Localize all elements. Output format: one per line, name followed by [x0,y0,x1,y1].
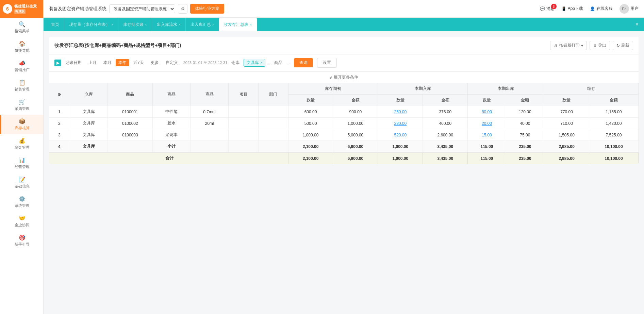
col-init-qty: 数量 [288,95,333,106]
row-out-qty[interactable]: 20.00 [468,118,506,129]
system-selector[interactable]: 装备及固定资产辅助管理系统 [109,4,175,13]
col-dept: 部门 [258,83,288,106]
warehouse-tag[interactable]: 文具库 × [244,59,265,67]
tab-close-summary[interactable]: × [212,23,214,27]
row-in-qty: 1,000.00 [378,141,423,153]
sidebar: 6 畅捷通好生意 标准版 🔍 搜索菜单 🏠 快捷导航 📣 营销推广 📋 销售管理… [0,0,44,314]
row-warehouse: 文具库 [70,118,108,129]
tab-close-batch[interactable]: × [145,23,147,27]
home-icon: 🏠 [19,40,26,47]
date-btn-7days[interactable]: 近7天 [131,59,147,66]
marketing-icon: 📣 [19,60,26,66]
main-content: 装备及固定资产辅助管理系统 装备及固定资产辅助管理系统 ⚙ 体验行业方案 💬 消… [44,0,644,314]
row-spec: 0.7mm [190,106,228,118]
tab-close-stock-dist[interactable]: × [111,23,113,27]
page-inner: 收发存汇总表(按仓库+商品编码+商品+规格型号+项目+部门) 🖨 按钮版打印 ▾… [44,31,644,169]
date-buttons: 上月 本月 本年 近7天 更多 自定义 2023-01-01 至 2023-12… [86,59,227,66]
warehouse-filter-label: 仓库 [231,60,240,66]
footer-in-qty: 1,000.00 [378,152,423,164]
tab-home[interactable]: 首页 [46,18,64,31]
basicinfo-icon: 📝 [19,176,26,183]
sidebar-item-purchase[interactable]: 🛒 采购管理 [0,95,43,115]
row-spec [190,141,228,153]
tabbar-close-all[interactable]: × [633,21,641,28]
print-button[interactable]: 🖨 按钮版打印 ▾ [550,41,587,50]
row-out-amt: 120.00 [506,106,544,118]
row-bal-amt: 1,155.00 [589,106,638,118]
col-settings[interactable]: ⚙ [49,83,70,106]
date-btn-last-month[interactable]: 上月 [86,59,99,66]
warehouse-tag-close[interactable]: × [260,61,262,65]
row-in-qty[interactable]: 250.00 [378,106,423,118]
trial-button[interactable]: 体验行业方案 [190,4,224,14]
footer-init-qty: 2,100.00 [288,152,333,164]
online-support-button[interactable]: 👤 在线客服 [590,6,613,12]
sidebar-item-system[interactable]: ⚙️ 系统管理 [0,192,43,212]
expand-conditions-button[interactable]: ∨ 展开更多条件 [327,73,361,82]
app-name: 畅捷通好生意 标准版 [14,4,37,14]
message-button[interactable]: 💬 消息 6 [540,6,555,12]
sidebar-item-marketing[interactable]: 📣 营销推广 [0,56,43,76]
export-button[interactable]: ⬇ 导出 [590,41,610,50]
tab-close-flow[interactable]: × [179,23,181,27]
date-btn-more[interactable]: 更多 [148,59,162,66]
filter-expand-arrow[interactable]: ▶ [54,60,61,66]
row-in-amt: 2,600.00 [423,129,468,141]
row-init-qty: 2,100.00 [288,141,333,153]
goods-filter-label: 商品 [274,60,282,66]
row-out-qty[interactable]: 15.00 [468,129,506,141]
filter-settings-button[interactable]: 设置 [317,58,337,68]
sidebar-item-sales[interactable]: 📋 销售管理 [0,76,43,95]
sidebar-item-search[interactable]: 🔍 搜索菜单 [0,18,43,37]
tab-flow[interactable]: 出入库流水 × [152,18,186,31]
col-warehouse: 仓库 [70,83,108,106]
row-init-amt: 1,000.00 [333,118,378,129]
row-no: 1 [49,106,70,118]
inventory-icon: 📦 [19,118,26,125]
tab-recv-send[interactable]: 收发存汇总表 × [219,18,257,31]
sidebar-item-guide[interactable]: 🎯 新手引导 [0,231,43,250]
tab-summary[interactable]: 出入库汇总 × [186,18,219,31]
row-dept [258,129,288,141]
sidebar-item-basicinfo[interactable]: 📝 基础信息 [0,173,43,192]
tab-stock-dist[interactable]: 现存量（库存分布表） × [64,18,118,31]
date-btn-custom[interactable]: 自定义 [163,59,181,66]
tab-batch[interactable]: 库存批次账 × [118,18,152,31]
purchase-icon: 🛒 [19,99,26,105]
sidebar-item-quicknav[interactable]: 🏠 快捷导航 [0,37,43,56]
row-spec: 20ml [190,118,228,129]
user-menu[interactable]: Ea 用户 [620,4,639,14]
refresh-button[interactable]: ↻ 刷新 [613,41,633,50]
row-in-qty[interactable]: 520.00 [378,129,423,141]
sidebar-item-operations[interactable]: 📊 经营管理 [0,153,43,173]
col-in-qty: 数量 [378,95,423,106]
row-in-qty[interactable]: 230.00 [378,118,423,129]
row-project [229,118,259,129]
goods-more[interactable]: ... [286,61,290,65]
data-table: ⚙ 仓库 商品 商品 商品 项目 部门 库存期初 本期入库 本期出库 结存 [49,83,639,164]
sidebar-item-inventory[interactable]: 📦 库存核算 [0,115,43,134]
query-button[interactable]: 查询 [294,58,313,67]
sidebar-item-finance[interactable]: 💰 资金管理 [0,134,43,153]
row-out-qty[interactable]: 80.00 [468,106,506,118]
tab-close-recv-send[interactable]: × [250,23,252,27]
row-name: 胶水 [152,118,190,129]
date-btn-this-month[interactable]: 本月 [101,59,114,66]
table-settings-icon[interactable]: ⚙ [57,92,61,97]
row-init-amt: 900.00 [333,106,378,118]
operations-icon: 📊 [19,157,26,163]
footer-in-amt: 3,435.00 [423,152,468,164]
settings-gear-icon[interactable]: ⚙ [178,4,187,14]
page-actions: 🖨 按钮版打印 ▾ ⬇ 导出 ↻ 刷新 [550,41,633,50]
col-out-qty: 数量 [468,95,506,106]
app-download-button[interactable]: 📱 App下载 [561,6,583,12]
message-badge: 6 [551,4,557,9]
goods-filter: ... [286,61,290,65]
message-icon: 💬 [540,6,545,11]
sidebar-item-collab[interactable]: 🤝 企业协同 [0,212,43,231]
row-out-amt: 40.00 [506,118,544,129]
date-btn-this-year[interactable]: 本年 [116,59,129,66]
warehouse-more[interactable]: ... [267,61,270,65]
row-no: 3 [49,129,70,141]
chevron-down-icon: ▾ [581,43,583,48]
